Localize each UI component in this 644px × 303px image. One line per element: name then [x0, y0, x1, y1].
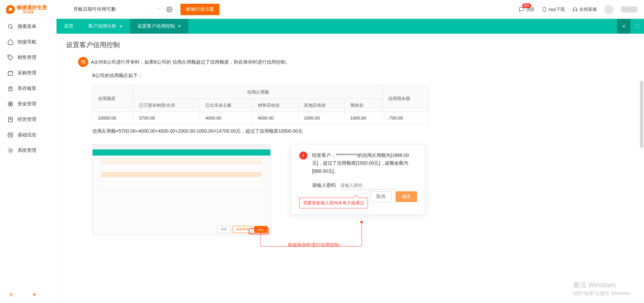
messages-badge: 99+ — [522, 3, 531, 8]
account-selector[interactable]: 开账日期可停用可删 ﹀ — [73, 6, 161, 12]
sidebar-item-ops[interactable]: 经营管理 — [0, 112, 56, 127]
doc-icon — [7, 116, 13, 123]
shot-discard-button: 放弃 — [217, 226, 231, 233]
cell-credit-limit: 10000.00 — [93, 112, 134, 124]
red-highlight-box — [249, 228, 269, 234]
activate-line2: 转到"设置"以激活 Windows。 — [573, 290, 635, 297]
close-icon[interactable]: ✕ — [119, 24, 123, 29]
cell-other: 2000.00 — [299, 112, 345, 124]
search-icon — [7, 24, 13, 30]
svg-point-3 — [8, 25, 12, 28]
credit-table: 信用额度 信用占用额 信用用余额 已订货未销货/出库 已出库未立账 销售应收款 … — [92, 86, 429, 124]
app-download-link[interactable]: App下载 — [542, 6, 565, 12]
col-prepaid: 预收款 — [345, 99, 382, 112]
sidebar-item-quicknav[interactable]: 快捷导航 — [0, 34, 56, 50]
cell-shipped: 4000.00 — [200, 112, 252, 124]
sidebar-label: 快捷导航 — [18, 39, 36, 45]
experience-industry-button[interactable]: 体验行业方案 — [180, 4, 219, 15]
sidebar-label: 库存核算 — [18, 86, 36, 92]
connector-line — [362, 223, 362, 246]
svg-point-0 — [169, 8, 170, 10]
svg-point-18 — [10, 294, 12, 296]
dialog-ok-button[interactable]: 确定 — [396, 191, 417, 202]
sidebar-label: 经营管理 — [18, 116, 36, 123]
arrow-up-icon — [360, 220, 363, 223]
example-intro: A企对B公司进行开单时，如果B公司的 信用占用额超过了信用额度，则在保存时进行信… — [91, 58, 290, 67]
table-row: 10000.00 5700.00 4000.00 4000.00 2000.00… — [93, 112, 429, 124]
page-title: 设置客户信用控制 — [66, 40, 635, 49]
settings-gear-icon[interactable] — [166, 6, 172, 12]
sidebar: 搜索菜单 快捷导航 销售管理 采购管理 库存核算 ¥ 资金管理 — [0, 19, 57, 303]
svg-text:¥: ¥ — [9, 103, 11, 106]
svg-rect-1 — [543, 7, 546, 11]
col-group-occupied: 信用占用额 — [134, 86, 382, 99]
col-other-receivable: 其他应收款 — [299, 99, 345, 112]
brand-mark-icon — [6, 5, 15, 14]
tab-fullscreen-button[interactable] — [631, 19, 644, 34]
example-subtitle: B公司的信用额占如下： — [92, 71, 622, 80]
svg-point-16 — [10, 150, 11, 152]
sidebar-label: 销售管理 — [18, 55, 36, 61]
support-label: 在线客服 — [579, 6, 597, 12]
account-label: 开账日期可停用可删 — [73, 6, 116, 12]
col-shipped-not-posted: 已出库未立账 — [200, 99, 252, 112]
dialog-note: 需要老板输入密码本单才能通过 — [299, 198, 368, 208]
sidebar-label: 搜索菜单 — [18, 24, 36, 30]
calc-text: 信用占用额=5700.00+4000.00+4000.00+2000.00-10… — [92, 128, 622, 134]
sidebar-settings-icon[interactable] — [8, 292, 14, 298]
sidebar-item-funds[interactable]: ¥ 资金管理 — [0, 96, 56, 112]
headset-icon — [572, 7, 578, 12]
password-input[interactable] — [340, 181, 397, 190]
house-icon — [7, 86, 13, 92]
tab-label: 设置客户信用控制 — [137, 23, 175, 29]
home-icon — [7, 39, 13, 45]
col-ordered-not-shipped: 已订货未销货/出库 — [134, 99, 200, 112]
dialog-message: 结算客户：************的信用占用额为[1888.00元]，超过了信用… — [312, 152, 417, 175]
phone-icon — [542, 7, 547, 12]
user-avatar[interactable] — [604, 5, 614, 14]
brand-edition: 标准版 — [23, 9, 47, 14]
sidebar-item-stock[interactable]: 库存核算 — [0, 81, 56, 96]
sidebar-collapse-icon[interactable] — [31, 292, 37, 298]
sidebar-item-search[interactable]: 搜索菜单 — [0, 19, 56, 34]
col-credit-limit: 信用额度 — [93, 86, 134, 112]
example-badge-icon: 例 — [78, 57, 88, 67]
coin-icon: ¥ — [7, 101, 13, 107]
sidebar-item-purchase[interactable]: 采购管理 — [0, 65, 56, 81]
cell-prepaid: 1000.00 — [345, 112, 382, 124]
sidebar-label: 采购管理 — [18, 70, 36, 76]
col-balance: 信用用余额 — [382, 86, 429, 112]
tab-home[interactable]: 首页 — [57, 19, 81, 34]
svg-rect-19 — [35, 293, 35, 296]
svg-point-5 — [9, 56, 10, 57]
app-download-label: App下载 — [548, 6, 565, 12]
tab-label: 客户信用分析 — [88, 23, 116, 29]
password-label: 请输入密码 — [312, 182, 336, 189]
svg-point-17 — [8, 148, 13, 153]
sales-order-screenshot: 放弃 保存草稿 保存 — [92, 144, 271, 235]
gear-icon2 — [7, 147, 13, 154]
col-sales-receivable: 销售应收款 — [252, 99, 298, 112]
messages-link[interactable]: 消息 99+ — [519, 6, 535, 12]
bag-icon — [7, 70, 13, 76]
close-icon[interactable]: ✕ — [178, 24, 181, 29]
chevron-down-icon: ﹀ — [157, 6, 161, 12]
support-link[interactable]: 在线客服 — [572, 6, 597, 12]
sidebar-item-sales[interactable]: 销售管理 — [0, 50, 56, 65]
sidebar-item-basic[interactable]: 基础信息 — [0, 127, 56, 143]
cell-balance: -700.00 — [382, 112, 429, 124]
tab-set-credit-control[interactable]: 设置客户信用控制 ✕ — [130, 19, 189, 34]
alert-icon: ! — [299, 152, 307, 160]
connector-caption: 单据保存时进行信用控制 — [287, 242, 339, 248]
dialog-cancel-button[interactable]: 取消 — [370, 191, 392, 202]
cell-ordered: 5700.00 — [134, 112, 200, 124]
scrollbar[interactable] — [640, 81, 643, 148]
tab-close-all-button[interactable] — [617, 19, 631, 34]
user-name-redacted — [621, 6, 637, 12]
windows-activate-watermark: 激活 Windows 转到"设置"以激活 Windows。 — [573, 280, 635, 297]
activate-line1: 激活 Windows — [573, 280, 635, 290]
sidebar-item-system[interactable]: 系统管理 — [0, 143, 56, 158]
tab-customer-credit-analysis[interactable]: 客户信用分析 ✕ — [81, 19, 130, 34]
sidebar-label: 系统管理 — [18, 147, 36, 154]
credit-warning-dialog: ! 结算客户：************的信用占用额为[1888.00元]，超过了… — [291, 144, 426, 215]
